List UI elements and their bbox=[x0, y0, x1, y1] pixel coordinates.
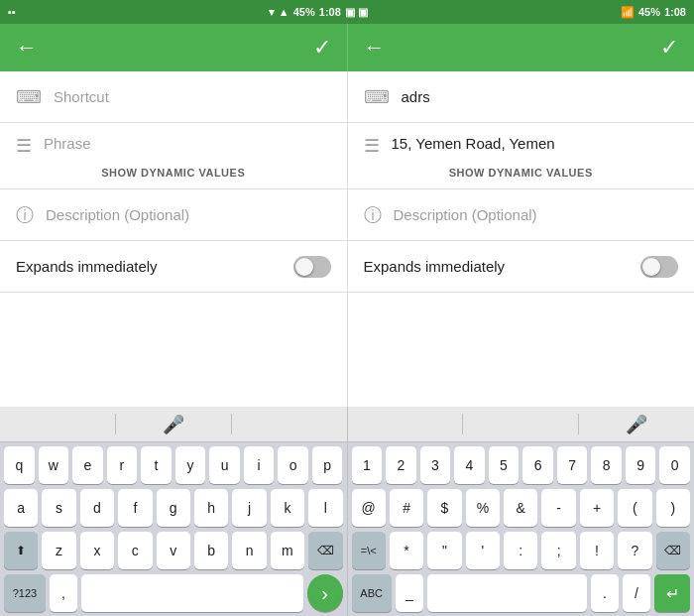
key-row-right-1: 1 2 3 4 5 6 7 8 9 0 bbox=[352, 446, 691, 484]
check-button-right[interactable]: ✓ bbox=[660, 35, 678, 61]
abc-key[interactable]: ABC bbox=[352, 574, 392, 612]
key-hash[interactable]: # bbox=[390, 489, 423, 527]
keyboard-area: 🎤 🎤 q w bbox=[0, 407, 694, 616]
key-m[interactable]: m bbox=[271, 532, 304, 569]
key-5[interactable]: 5 bbox=[489, 446, 520, 484]
shortcut-field-left[interactable]: ⌨ Shortcut bbox=[0, 71, 347, 123]
mic-icon-left[interactable]: 🎤 bbox=[163, 414, 184, 435]
phrase-icon-left: ☰ bbox=[16, 135, 32, 157]
underscore-key[interactable]: _ bbox=[396, 574, 423, 612]
key-f[interactable]: f bbox=[118, 489, 152, 527]
key-dquote[interactable]: " bbox=[427, 532, 461, 569]
key-e[interactable]: e bbox=[72, 446, 103, 484]
description-field-left[interactable]: ⓘ Description (Optional) bbox=[0, 189, 347, 241]
key-d[interactable]: d bbox=[80, 489, 114, 527]
mic-icon-right[interactable]: 🎤 bbox=[626, 414, 647, 435]
key-8[interactable]: 8 bbox=[591, 446, 622, 484]
key-semicolon[interactable]: ; bbox=[541, 532, 575, 569]
key-x[interactable]: x bbox=[80, 532, 114, 569]
dot-key[interactable]: . bbox=[591, 574, 619, 612]
key-plus[interactable]: + bbox=[580, 489, 614, 527]
backspace-key-left[interactable]: ⌫ bbox=[308, 532, 342, 569]
key-1[interactable]: 1 bbox=[352, 446, 383, 484]
phrase-field-left[interactable]: ☰ Phrase SHOW DYNAMIC VALUES bbox=[0, 123, 347, 189]
shift-key[interactable]: ⬆ bbox=[4, 532, 38, 569]
key-h[interactable]: h bbox=[194, 489, 228, 527]
media-icons: ▣ ▣ bbox=[345, 6, 368, 19]
key-3[interactable]: 3 bbox=[420, 446, 451, 484]
key-dollar[interactable]: $ bbox=[427, 489, 461, 527]
toggle-thumb-right bbox=[642, 258, 660, 276]
topbar-seg2: 🎤 bbox=[116, 407, 231, 441]
key-y[interactable]: y bbox=[175, 446, 206, 484]
slash-key[interactable]: / bbox=[623, 574, 650, 612]
key-colon[interactable]: : bbox=[504, 532, 537, 569]
key-4[interactable]: 4 bbox=[454, 446, 485, 484]
key-o[interactable]: o bbox=[278, 446, 308, 484]
space-key-right[interactable] bbox=[427, 574, 587, 612]
key-p[interactable]: p bbox=[312, 446, 343, 484]
key-i[interactable]: i bbox=[244, 446, 275, 484]
key-percent[interactable]: % bbox=[466, 489, 500, 527]
sym-key[interactable]: ?123 bbox=[4, 574, 46, 612]
key-6[interactable]: 6 bbox=[522, 446, 553, 484]
expands-toggle-left[interactable] bbox=[293, 256, 331, 278]
keyboard-topbar-right: 🎤 bbox=[348, 407, 695, 441]
key-v[interactable]: v bbox=[157, 532, 190, 569]
key-question[interactable]: ? bbox=[618, 532, 651, 569]
topbar-seg6: 🎤 bbox=[579, 407, 694, 441]
keyboard-right: 1 2 3 4 5 6 7 8 9 0 @ # $ % & - + ( bbox=[348, 442, 695, 616]
expands-label-right: Expands immediately bbox=[364, 258, 641, 275]
phrase-field-right[interactable]: ☰ 15, Yemen Road, Yemen SHOW DYNAMIC VAL… bbox=[348, 123, 695, 189]
key-minus[interactable]: - bbox=[541, 489, 575, 527]
key-star[interactable]: * bbox=[390, 532, 423, 569]
key-s[interactable]: s bbox=[42, 489, 75, 527]
info-icon-right: ⓘ bbox=[364, 203, 382, 227]
key-u[interactable]: u bbox=[209, 446, 240, 484]
key-amp[interactable]: & bbox=[504, 489, 537, 527]
key-z[interactable]: z bbox=[42, 532, 75, 569]
back-button-right[interactable]: ← bbox=[364, 37, 386, 59]
key-9[interactable]: 9 bbox=[626, 446, 656, 484]
key-exclaim[interactable]: ! bbox=[580, 532, 614, 569]
space-key-left[interactable] bbox=[81, 574, 303, 612]
check-button-left[interactable]: ✓ bbox=[313, 35, 331, 61]
expands-toggle-right[interactable] bbox=[640, 256, 678, 278]
key-a[interactable]: a bbox=[4, 489, 38, 527]
key-2[interactable]: 2 bbox=[386, 446, 416, 484]
key-equals[interactable]: =\< bbox=[352, 532, 386, 569]
key-t[interactable]: t bbox=[141, 446, 172, 484]
keyboard-rows: q w e r t y u i o p a s d f g h j k bbox=[0, 442, 694, 616]
status-bar: ▪▪ ▾ ▲ 45% 1:08 ▣ ▣ 📶 45% 1:08 bbox=[0, 0, 694, 24]
key-n[interactable]: n bbox=[232, 532, 266, 569]
back-button-left[interactable]: ← bbox=[16, 37, 38, 59]
key-at[interactable]: @ bbox=[352, 489, 386, 527]
key-c[interactable]: c bbox=[118, 532, 152, 569]
key-k[interactable]: k bbox=[271, 489, 304, 527]
comma-key[interactable]: , bbox=[50, 574, 77, 612]
key-q[interactable]: q bbox=[4, 446, 35, 484]
key-l[interactable]: l bbox=[308, 489, 342, 527]
key-lparen[interactable]: ( bbox=[618, 489, 651, 527]
shortcut-field-right[interactable]: ⌨ adrs bbox=[348, 71, 695, 123]
wifi-icon: ▾ bbox=[269, 6, 275, 19]
enter-key[interactable]: ↵ bbox=[654, 574, 690, 612]
toggle-thumb-left bbox=[295, 258, 313, 276]
key-7[interactable]: 7 bbox=[557, 446, 588, 484]
key-r[interactable]: r bbox=[107, 446, 138, 484]
show-dynamic-left[interactable]: SHOW DYNAMIC VALUES bbox=[16, 157, 331, 188]
show-dynamic-right[interactable]: SHOW DYNAMIC VALUES bbox=[364, 157, 679, 188]
right-panel: ⌨ adrs ☰ 15, Yemen Road, Yemen SHOW DYNA… bbox=[348, 71, 695, 407]
key-g[interactable]: g bbox=[157, 489, 190, 527]
key-rparen[interactable]: ) bbox=[656, 489, 690, 527]
backspace-key-right[interactable]: ⌫ bbox=[656, 532, 690, 569]
key-squote[interactable]: ' bbox=[466, 532, 500, 569]
key-b[interactable]: b bbox=[194, 532, 228, 569]
keyboard-topbar: 🎤 🎤 bbox=[0, 407, 694, 442]
key-j[interactable]: j bbox=[232, 489, 266, 527]
key-0[interactable]: 0 bbox=[659, 446, 690, 484]
action-key-left[interactable]: › bbox=[307, 574, 343, 612]
key-w[interactable]: w bbox=[39, 446, 69, 484]
main-content: ⌨ Shortcut ☰ Phrase SHOW DYNAMIC VALUES … bbox=[0, 71, 694, 407]
description-field-right[interactable]: ⓘ Description (Optional) bbox=[348, 189, 695, 241]
